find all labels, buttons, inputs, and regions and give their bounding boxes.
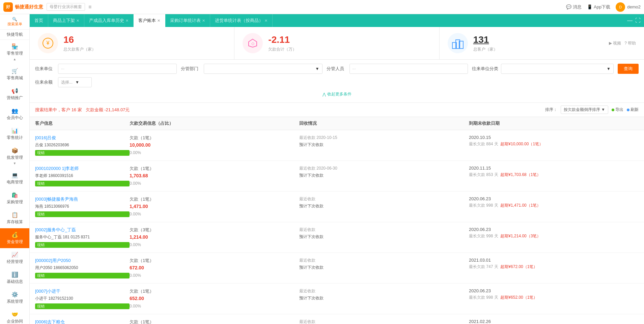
user-info[interactable]: D demo2 — [616, 2, 641, 12]
person-input[interactable]: ··· — [349, 64, 468, 74]
customer-name-5[interactable]: [0007]小进干 — [35, 288, 130, 294]
unit-category-label: 往来单位分类 — [472, 66, 498, 72]
sidebar-item-batch-management[interactable]: 📦 批发管理 ▼ — [0, 144, 29, 169]
tab-customer-account[interactable]: 客户账本 ✕ — [134, 14, 165, 27]
next-payment-5: 预计下次收款 — [299, 295, 469, 301]
sidebar-item-purchase[interactable]: 🛍️ 采购管理 — [0, 188, 29, 208]
sidebar-item-retail-store[interactable]: 🛒 零售商城 — [0, 64, 29, 84]
tab-home[interactable]: 首页 — [30, 14, 48, 27]
overdue-info-2: 2020.06.23 最长欠款 998 天 超期¥1,471.00（1笔） — [469, 196, 639, 208]
debt-amount-4[interactable]: 672.00 — [130, 265, 299, 270]
recent-payment-1: 最近收款 2020-06-30 — [299, 166, 469, 171]
collapse-filters-btn[interactable]: ⋀ 收起更多条件 — [35, 90, 639, 98]
sidebar-item-system[interactable]: ⚙️ 系统管理 — [0, 288, 29, 308]
balance-select[interactable]: 选择... ▼ — [58, 77, 92, 87]
sidebar-quick-nav[interactable]: 快捷导航 — [0, 30, 29, 40]
debt-info-5: 欠款（1笔） 652.00 0.00% — [130, 288, 299, 308]
chevron-down-dept: ▼ — [315, 66, 319, 71]
top-bar-right: 💬 消息 📱 App下载 D demo2 — [566, 2, 641, 12]
export-btn[interactable]: 导出 — [612, 107, 623, 113]
overdue-detail-3[interactable]: 超期¥1,214.00（3笔） — [500, 234, 541, 238]
next-payment-4: 预计下次收款 — [299, 265, 469, 270]
help-label: 帮助 — [628, 40, 636, 46]
tab-close-customer-account[interactable]: ✕ — [157, 19, 160, 23]
tab-close-product-history[interactable]: ✕ — [125, 19, 129, 23]
debt-amount-0[interactable]: 10,000.00 — [130, 142, 299, 148]
tab-product-listing[interactable]: 商品上下架 ✕ — [48, 14, 84, 27]
app-download-btn[interactable]: 📱 App下载 — [587, 4, 610, 10]
sidebar-item-retail-management[interactable]: 🏪 零售管理 ▲ — [0, 40, 29, 64]
debt-count-6: 欠款（1笔） — [130, 319, 299, 324]
tab-close-purchase-stats-product[interactable]: ✕ — [264, 19, 268, 23]
customer-name-4[interactable]: [000002]用户2050 — [35, 258, 130, 264]
sidebar-retail-stats-label: 零售统计 — [7, 135, 23, 141]
sidebar-item-finance[interactable]: 💰 资金管理 — [0, 228, 29, 248]
ecommerce-icon: 💻 — [11, 172, 18, 178]
overdue-detail-1[interactable]: 超期¥1,703.68（1笔） — [500, 172, 541, 177]
debt-amount-1[interactable]: 1,703.68 — [130, 173, 299, 178]
stats-row: ¥ 16 总欠款客户（家） ◇ -2.11 — [30, 27, 644, 60]
tab-close-product-listing[interactable]: ✕ — [76, 19, 79, 23]
app-subtitle[interactable]: 母婴行业演示账套 — [47, 3, 85, 11]
debt-info-6: 欠款（1笔） 455.90 0.00% — [130, 319, 299, 324]
tab-purchase-order-stats[interactable]: 采购订单统计表 ✕ — [165, 14, 210, 27]
overdue-detail-5[interactable]: 超期¥652.00（1笔） — [500, 295, 537, 300]
overdue-detail-4[interactable]: 超期¥672.00（1笔） — [500, 264, 537, 269]
video-btn[interactable]: ▶ 视频 — [609, 40, 621, 46]
recovery-info-1: 最近收款 2020-06-30 预计下次收款 — [299, 166, 469, 178]
debt-info-3: 欠款（3笔） 1,214.00 0.00% — [130, 227, 299, 247]
tab-purchase-order-stats-label: 采购订单统计表 — [170, 18, 201, 24]
user-name: demo2 — [627, 4, 641, 9]
sidebar-item-basic-info[interactable]: ℹ️ 基础信息 — [0, 268, 29, 288]
sidebar-item-inventory[interactable]: 📋 库存核算 — [0, 208, 29, 228]
sidebar-search-label: 搜索菜单 — [2, 22, 27, 27]
sidebar-item-ecommerce[interactable]: 💻 电商管理 — [0, 169, 29, 188]
tab-customer-account-label: 客户账本 — [138, 18, 156, 24]
sidebar-item-retail-stats[interactable]: 📊 零售统计 — [0, 124, 29, 144]
help-btn[interactable]: ? 帮助 — [624, 40, 636, 46]
sidebar-item-marketing[interactable]: 📢 营销推广 — [0, 84, 29, 104]
customer-name-0[interactable]: [0016]吕俊 — [35, 135, 130, 141]
debt-amount-3[interactable]: 1,214.00 — [130, 234, 299, 240]
sidebar-item-member-center[interactable]: 👥 会员中心 — [0, 104, 29, 124]
table-body: [0016]吕俊 吕俊 13026203696 现销 欠款（1笔） 10,000… — [30, 130, 644, 324]
refresh-btn[interactable]: 刷新 — [627, 107, 639, 113]
unit-category-select[interactable]: ▼ — [501, 64, 614, 74]
debt-amount-2[interactable]: 1,471.00 — [130, 204, 299, 209]
col-header-customer: 客户信息 — [35, 120, 130, 126]
customer-name-6[interactable]: [0006]去下粮仓 — [35, 319, 130, 324]
sidebar-enterprise-coop-label: 企业协同 — [7, 319, 23, 324]
customer-phone-2: 海燕 18513066976 — [35, 204, 130, 209]
col-header-recovery: 回收情况 — [299, 120, 469, 126]
dept-select[interactable]: ▼ — [204, 64, 323, 74]
logo-icon: 好 — [3, 2, 13, 12]
tab-product-history[interactable]: 产成品入库单历史 ✕ — [84, 14, 134, 27]
sidebar-search[interactable]: 🔍 搜索菜单 — [0, 14, 29, 30]
total-customers-value: 131 — [473, 34, 498, 45]
overdue-detail-0[interactable]: 超期¥10,000.00（1笔） — [500, 142, 543, 146]
message-btn[interactable]: 💬 消息 — [566, 4, 582, 10]
from-unit-input[interactable]: ··· — [58, 64, 177, 74]
recovery-info-0: 最近收款 2020-10-15 预计下次收款 — [299, 135, 469, 148]
overdue-date-3: 2020.06.23 — [469, 227, 639, 232]
debt-percent-5: 0.00% — [130, 304, 299, 308]
tab-close-purchase-order-stats[interactable]: ✕ — [202, 19, 205, 23]
overdue-detail-2[interactable]: 超期¥1,471.00（1笔） — [500, 203, 541, 208]
sidebar-item-enterprise-coop[interactable]: 🤝 企业协同 — [0, 308, 29, 324]
menu-toggle[interactable]: ≡ — [88, 4, 91, 10]
next-payment-1: 预计下次收款 — [299, 173, 469, 178]
sort-select[interactable]: 按欠款金额倒序排序 ▼ — [561, 106, 608, 114]
tab-minimize-btn[interactable]: — — [627, 18, 633, 24]
customer-name-3[interactable]: [0002]服务中心_丁磊 — [35, 227, 130, 233]
sidebar-item-operations[interactable]: 📈 经营管理 — [0, 248, 29, 268]
customer-tag-2: 现销 — [35, 211, 130, 217]
search-button[interactable]: 查询 — [618, 64, 639, 74]
customer-name-1[interactable]: [0001020000 1]李老师 — [35, 166, 130, 172]
tab-purchase-stats-product[interactable]: 进货单统计表（按商品） ✕ — [210, 14, 273, 27]
table-row: [0016]吕俊 吕俊 13026203696 现销 欠款（1笔） 10,000… — [30, 130, 644, 161]
filter-person: 分管人员 ··· — [327, 64, 468, 74]
debt-amount-5[interactable]: 652.00 — [130, 296, 299, 301]
purchase-icon: 🛍️ — [11, 192, 18, 198]
tab-maximize-btn[interactable]: ⛶ — [635, 18, 641, 24]
customer-name-2[interactable]: [0003]畅捷服务尹海燕 — [35, 196, 130, 202]
